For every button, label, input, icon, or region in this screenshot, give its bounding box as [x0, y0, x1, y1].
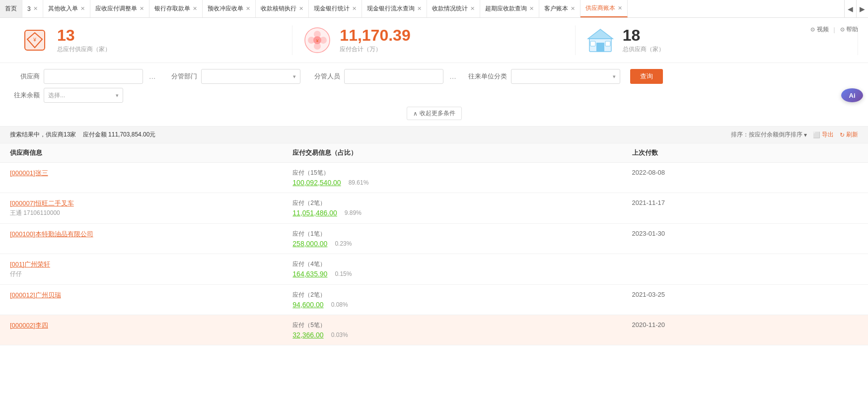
- sort-dropdown[interactable]: 排序：按应付余额倒序排序 ▾: [731, 131, 807, 139]
- trans-amount[interactable]: 164,635.90: [292, 270, 327, 278]
- supplier-dots[interactable]: ...: [147, 72, 157, 81]
- supplier-link[interactable]: [000007]恒旺二手叉车: [10, 199, 292, 208]
- filter-balance: 往来余额 选择... ▾: [10, 88, 123, 103]
- supplier-link[interactable]: [001]广州荣轩: [10, 260, 292, 269]
- sort-label: 排序：按应付余额倒序排序: [731, 131, 802, 139]
- export-label: 导出: [822, 131, 834, 139]
- supplier-link[interactable]: [000012]广州贝瑞: [10, 291, 292, 300]
- help-link[interactable]: ⊙ 帮助: [840, 25, 858, 34]
- close-icon[interactable]: ✕: [352, 5, 357, 12]
- close-icon[interactable]: ✕: [571, 5, 575, 12]
- trans-row: 100,092,540.00 89.61%: [292, 179, 632, 187]
- header-stats: ¥ 13 总应付供应商（家） ¥ 11,170.39 应付合计（万）: [0, 18, 868, 63]
- stat3-number: 18: [623, 27, 664, 43]
- stat1-number: 13: [57, 27, 111, 43]
- result-amount-label: 应付金额: [83, 131, 107, 138]
- col-transaction: 应付交易信息（占比）: [292, 148, 632, 157]
- nav-adjust[interactable]: 应收应付调整单 ✕: [90, 0, 149, 17]
- ai-button[interactable]: Ai: [841, 88, 863, 102]
- filter-row-2: 往来余额 选择... ▾: [10, 88, 858, 103]
- supplier-info: [001]广州荣轩 仔仔: [10, 260, 292, 278]
- transaction-info: 应付（15笔） 100,092,540.00 89.61%: [292, 169, 632, 187]
- close-icon[interactable]: ✕: [193, 5, 197, 12]
- table-row: [000007]恒旺二手叉车 王通 17106110000 应付（2笔） 11,…: [0, 193, 868, 224]
- supplier-link[interactable]: [000001]张三: [10, 169, 292, 178]
- supplier-label: 供应商: [10, 72, 40, 81]
- trans-percent: 0.23%: [335, 240, 352, 247]
- person-label: 分管人员: [310, 72, 340, 81]
- balance-select[interactable]: 选择... ▾: [44, 88, 123, 103]
- filter-person: 分管人员 ...: [310, 69, 458, 84]
- nav-prev-arrow[interactable]: ◀: [844, 0, 856, 18]
- nav-arrows: ◀ ▶: [844, 0, 868, 18]
- close-icon[interactable]: ✕: [140, 5, 144, 12]
- close-icon[interactable]: ✕: [80, 5, 85, 12]
- header-actions: ⊙ 视频 | ⊙ 帮助: [810, 25, 858, 34]
- nav-next-arrow[interactable]: ▶: [856, 0, 868, 18]
- dept-select[interactable]: ▾: [201, 69, 300, 84]
- stat1-label: 总应付供应商（家）: [57, 45, 111, 54]
- supplier-sub: 仔仔: [10, 270, 292, 278]
- result-actions: 排序：按应付余额倒序排序 ▾ ⬜ 导出 ↻ 刷新: [731, 131, 858, 139]
- video-link[interactable]: ⊙ 视频: [810, 25, 828, 34]
- col-supplier: 供应商信息: [10, 148, 292, 157]
- close-icon[interactable]: ✕: [299, 5, 303, 12]
- query-button[interactable]: 查询: [630, 69, 663, 84]
- close-icon[interactable]: ✕: [529, 5, 534, 12]
- supplier-link[interactable]: [000002]李四: [10, 321, 292, 330]
- nav-bank[interactable]: 银行存取款单 ✕: [149, 0, 203, 17]
- category-label: 往来单位分类: [468, 72, 507, 81]
- nav-overdue[interactable]: 超期应收款查询 ✕: [480, 0, 539, 17]
- supplier-input[interactable]: [44, 69, 143, 84]
- filter-row-1: 供应商 ... 分管部门 ▾ 分管人员 ... 往来单位分类 ▾ 查询: [10, 69, 858, 84]
- collapse-button[interactable]: ∧ 收起更多条件: [407, 107, 462, 120]
- nav-tab-3[interactable]: 3 ✕: [22, 0, 43, 17]
- stat3-content: 18 总供应商（家）: [623, 27, 664, 54]
- trans-row: 94,600.00 0.08%: [292, 301, 632, 309]
- close-icon[interactable]: ✕: [417, 5, 422, 12]
- close-icon[interactable]: ✕: [618, 5, 622, 11]
- trans-percent: 9.89%: [345, 209, 362, 216]
- supplier-info: [000007]恒旺二手叉车 王通 17106110000: [10, 199, 292, 217]
- filter-supplier: 供应商 ...: [10, 69, 157, 84]
- trans-amount[interactable]: 258,000.00: [292, 240, 327, 248]
- trans-amount[interactable]: 100,092,540.00: [292, 179, 341, 187]
- trans-amount[interactable]: 11,051,486.00: [292, 209, 337, 217]
- trans-amount[interactable]: 94,600.00: [292, 301, 323, 309]
- nav-cash-stat[interactable]: 现金银行统计 ✕: [309, 0, 362, 17]
- supplier-link[interactable]: [000100]本特勤油品有限公司: [10, 230, 292, 239]
- nav-supplier-ledger[interactable]: 供应商账本 ✕: [580, 0, 628, 17]
- refresh-button[interactable]: ↻ 刷新: [840, 131, 858, 139]
- table-row: [001]广州荣轩 仔仔 应付（4笔） 164,635.90 0.15%: [0, 254, 868, 285]
- close-icon[interactable]: ✕: [470, 5, 475, 12]
- trans-label: 应付（2笔）: [292, 291, 632, 299]
- nav-verify[interactable]: 收款核销执行 ✕: [256, 0, 309, 17]
- supplier-info: [000001]张三: [10, 169, 292, 178]
- trans-amount[interactable]: 32,366.00: [292, 331, 323, 339]
- trans-label: 应付（2笔）: [292, 199, 632, 207]
- export-button[interactable]: ⬜ 导出: [813, 131, 834, 139]
- supplier-info: [000002]李四: [10, 321, 292, 330]
- nav-cash-flow[interactable]: 现金银行流水查询 ✕: [362, 0, 427, 17]
- nav-bar: 首页 3 ✕ 其他收入单 ✕ 应收应付调整单 ✕ 银行存取款单 ✕ 预收冲应收单…: [0, 0, 868, 18]
- chevron-down-icon: ▾: [613, 73, 616, 80]
- category-select[interactable]: ▾: [511, 69, 620, 84]
- chevron-up-icon: ∧: [413, 110, 418, 117]
- stat1-content: 13 总应付供应商（家）: [57, 27, 111, 54]
- nav-home[interactable]: 首页: [0, 0, 22, 17]
- svg-marker-11: [588, 29, 613, 39]
- nav-customer-ledger[interactable]: 客户账本 ✕: [539, 0, 580, 17]
- balance-label: 往来余额: [10, 91, 40, 100]
- trans-percent: 0.08%: [331, 301, 348, 308]
- nav-prepay[interactable]: 预收冲应收单 ✕: [203, 0, 256, 17]
- close-icon[interactable]: ✕: [246, 5, 250, 12]
- close-icon[interactable]: ✕: [33, 5, 38, 12]
- person-input[interactable]: [344, 69, 443, 84]
- stat-total-payable: ¥ 11,170.39 应付合计（万）: [292, 25, 575, 55]
- filter-category: 往来单位分类 ▾: [468, 69, 620, 84]
- person-dots[interactable]: ...: [447, 72, 458, 81]
- nav-other-income[interactable]: 其他收入单 ✕: [43, 0, 90, 17]
- stat2-content: 11,170.39 应付合计（万）: [340, 27, 410, 54]
- nav-payment-stat[interactable]: 收款情况统计 ✕: [427, 0, 480, 17]
- table-header: 供应商信息 应付交易信息（占比） 上次付数: [0, 143, 868, 163]
